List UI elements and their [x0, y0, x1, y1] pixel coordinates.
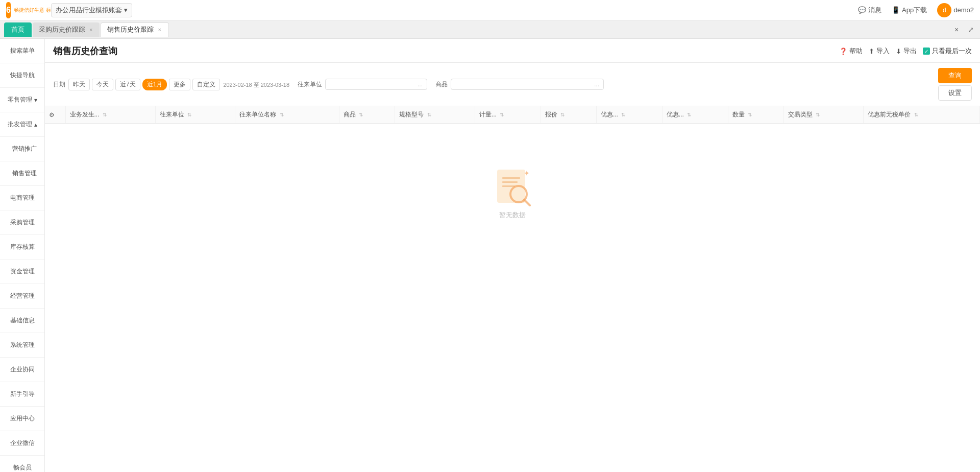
search-label: 搜索菜单: [10, 46, 35, 55]
th-counterpart[interactable]: 往来单位 ⇅: [155, 106, 235, 124]
logo: 6 畅捷信好生意 标准版: [6, 2, 47, 18]
filter-actions: 查询 设置: [938, 68, 972, 101]
maximize-button[interactable]: ⤢: [966, 25, 976, 35]
guide-label: 新手引导: [10, 390, 35, 398]
sidebar-item-cooperation[interactable]: 企业协同: [0, 358, 44, 382]
data-table: ⚙ 业务发生... ⇅ 往来单位 ⇅ 往来单位名称 ⇅ 商品 ⇅ 规格型号 ⇅ …: [45, 106, 980, 124]
avatar: d: [937, 3, 951, 17]
counterpart-input[interactable]: ...: [325, 79, 427, 90]
tab-sales[interactable]: 销售历史价跟踪 ×: [101, 22, 168, 37]
marketing-label: 营销推广: [12, 145, 37, 153]
sidebar-item-quick-nav[interactable]: 快捷导航: [0, 63, 44, 88]
th-discount1[interactable]: 优惠... ⇅: [596, 106, 662, 124]
sidebar-item-basic-info[interactable]: 基础信息: [0, 309, 44, 333]
message-label: 消息: [868, 6, 881, 15]
sidebar-item-search[interactable]: 搜索菜单: [0, 39, 44, 63]
th-settings[interactable]: ⚙: [45, 106, 65, 124]
page-actions: ❓ 帮助 ⬆ 导入 ⬇ 导出 ✓ 只看最后一次: [839, 46, 972, 56]
sidebar-item-sales-mgmt[interactable]: 销售管理: [0, 161, 44, 186]
date-btn-7days[interactable]: 近7天: [115, 79, 140, 90]
date-range-text: 2023-02-18 至 2023-03-18: [223, 81, 289, 89]
sidebar-item-wholesale[interactable]: 批发管理 ▴: [0, 112, 44, 137]
table-head: ⚙ 业务发生... ⇅ 往来单位 ⇅ 往来单位名称 ⇅ 商品 ⇅ 规格型号 ⇅ …: [45, 106, 980, 124]
tab-sales-close[interactable]: ×: [157, 26, 162, 33]
sidebar-item-inventory[interactable]: 库存核算: [0, 235, 44, 259]
goods-label: 商品: [435, 80, 448, 89]
tab-home[interactable]: 首页: [4, 22, 32, 37]
sidebar-item-guide[interactable]: 新手引导: [0, 382, 44, 407]
tab-sales-label: 销售历史价跟踪: [107, 25, 154, 34]
message-icon: 💬: [858, 6, 866, 14]
sidebar-item-ecommerce[interactable]: 电商管理: [0, 186, 44, 210]
inventory-label: 库存核算: [10, 243, 35, 251]
date-btn-1month[interactable]: 近1月: [142, 79, 167, 90]
last-only-label: 只看最后一次: [932, 46, 972, 56]
date-btn-more[interactable]: 更多: [169, 79, 190, 90]
help-label: 帮助: [849, 46, 863, 56]
date-btn-custom[interactable]: 自定义: [192, 79, 220, 90]
th-trade-type[interactable]: 交易类型 ⇅: [783, 106, 864, 124]
page-title: 销售历史价查询: [53, 45, 117, 57]
quick-nav-label: 快捷导航: [10, 71, 35, 80]
svg-rect-1: [502, 177, 520, 179]
main-layout: 搜索菜单 快捷导航 零售管理 ▾ 批发管理 ▴ 营销推广 销售管理 电商管理 采…: [0, 39, 980, 472]
th-unit[interactable]: 计量... ⇅: [475, 106, 541, 124]
th-quote[interactable]: 报价 ⇅: [541, 106, 596, 124]
th-quantity[interactable]: 数量 ⇅: [728, 106, 783, 124]
user-menu[interactable]: d demo2: [937, 3, 974, 17]
date-label: 日期: [53, 80, 65, 89]
export-button[interactable]: ⬇ 导出: [896, 46, 917, 56]
account-selector[interactable]: 办公用品行业模拟账套 ▾: [51, 3, 132, 17]
import-button[interactable]: ⬆ 导入: [869, 46, 890, 56]
wechat-label: 企业微信: [10, 439, 35, 447]
th-pretax-price[interactable]: 优惠前无税单价 ⇅: [864, 106, 980, 124]
wholesale-label: 批发管理: [8, 120, 32, 129]
settings-button[interactable]: 设置: [938, 85, 972, 101]
tab-bar-right: × ⤢: [951, 25, 976, 35]
date-btn-today[interactable]: 今天: [92, 79, 113, 90]
capital-label: 资金管理: [10, 267, 35, 276]
tab-purchase-label: 采购历史价跟踪: [39, 25, 85, 34]
help-button[interactable]: ❓ 帮助: [839, 46, 863, 56]
tab-purchase[interactable]: 采购历史价跟踪 ×: [33, 22, 100, 37]
sidebar-item-wechat[interactable]: 企业微信: [0, 431, 44, 456]
sidebar-item-system[interactable]: 系统管理: [0, 333, 44, 358]
th-spec[interactable]: 规格型号 ⇅: [395, 106, 475, 124]
import-icon: ⬆: [869, 48, 874, 55]
sales-mgmt-label: 销售管理: [12, 169, 37, 178]
app-download-button[interactable]: 📱 App下载: [892, 6, 927, 15]
sidebar-item-retail[interactable]: 零售管理 ▾: [0, 88, 44, 112]
close-all-button[interactable]: ×: [951, 25, 962, 35]
th-counterpart-name[interactable]: 往来单位名称 ⇅: [235, 106, 339, 124]
sidebar-item-purchase[interactable]: 采购管理: [0, 210, 44, 235]
checkbox-icon: ✓: [923, 48, 930, 55]
chevron-down-icon: ▾: [124, 6, 128, 14]
sidebar-item-marketing[interactable]: 营销推广: [0, 137, 44, 161]
chevron-up-icon: ▴: [34, 121, 37, 128]
th-discount2[interactable]: 优惠... ⇅: [662, 106, 728, 124]
th-biz-date[interactable]: 业务发生... ⇅: [65, 106, 155, 124]
date-btn-yesterday[interactable]: 昨天: [68, 79, 90, 90]
counterpart-dots: ...: [418, 81, 423, 88]
tab-purchase-close[interactable]: ×: [88, 26, 93, 33]
empty-state: ✦ 暂无数据: [45, 124, 980, 261]
empty-text: 暂无数据: [499, 210, 526, 220]
date-quick-btns: 昨天 今天 近7天 近1月 更多 自定义: [68, 79, 220, 90]
message-button[interactable]: 💬 消息: [858, 6, 881, 15]
system-label: 系统管理: [10, 341, 35, 349]
goods-input[interactable]: ...: [451, 79, 604, 90]
sidebar-item-membership[interactable]: 畅会员: [0, 456, 44, 472]
sidebar-item-capital[interactable]: 资金管理: [0, 259, 44, 284]
user-label: demo2: [953, 6, 974, 14]
filter-bar: 日期 昨天 今天 近7天 近1月 更多 自定义 2023-02-18 至 202…: [45, 63, 980, 106]
svg-line-5: [524, 200, 530, 205]
page-header: 销售历史价查询 ❓ 帮助 ⬆ 导入 ⬇ 导出 ✓: [45, 39, 980, 63]
sidebar-item-operations[interactable]: 经营管理: [0, 284, 44, 309]
search-button[interactable]: 查询: [938, 68, 972, 83]
th-goods[interactable]: 商品 ⇅: [339, 106, 395, 124]
empty-illustration: ✦: [487, 164, 538, 210]
last-only-checkbox[interactable]: ✓ 只看最后一次: [923, 46, 972, 56]
table-header-row: ⚙ 业务发生... ⇅ 往来单位 ⇅ 往来单位名称 ⇅ 商品 ⇅ 规格型号 ⇅ …: [45, 106, 980, 124]
sidebar-item-app-center[interactable]: 应用中心: [0, 407, 44, 431]
goods-dots: ...: [594, 81, 599, 88]
